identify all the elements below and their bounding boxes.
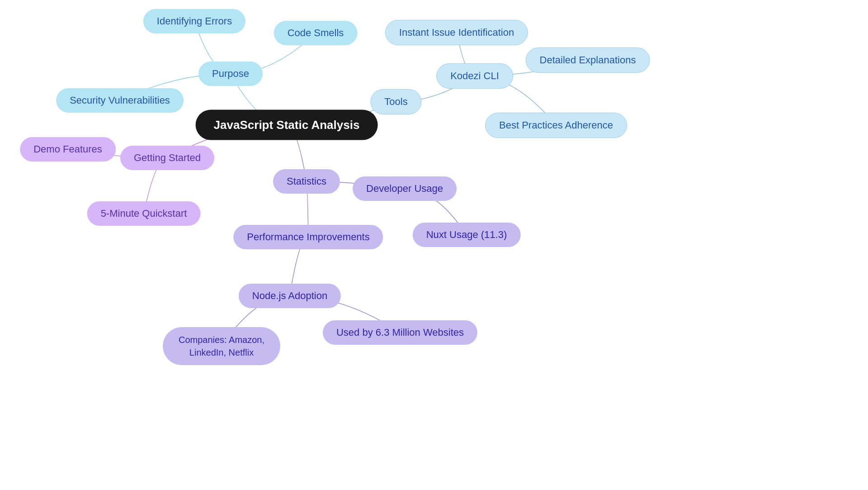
center-node[interactable]: JavaScript Static Analysis: [196, 110, 378, 140]
node-companies[interactable]: Companies: Amazon, LinkedIn, Netflix: [163, 327, 280, 365]
node-used-by[interactable]: Used by 6.3 Million Websites: [323, 320, 477, 345]
node-identifying-errors[interactable]: Identifying Errors: [143, 9, 245, 33]
node-code-smells[interactable]: Code Smells: [274, 21, 358, 45]
node-best-practices[interactable]: Best Practices Adherence: [485, 113, 627, 138]
node-security-vuln[interactable]: Security Vulnerabilities: [56, 88, 184, 113]
mind-map-container: JavaScript Static AnalysisPurposeIdentif…: [0, 0, 868, 490]
node-developer-usage[interactable]: Developer Usage: [353, 176, 457, 201]
node-nuxt-usage[interactable]: Nuxt Usage (11.3): [413, 223, 521, 247]
node-detailed-exp[interactable]: Detailed Explanations: [526, 48, 650, 73]
node-demo-features[interactable]: Demo Features: [20, 137, 116, 162]
node-performance[interactable]: Performance Improvements: [233, 225, 383, 249]
node-instant-issue[interactable]: Instant Issue Identification: [385, 20, 528, 45]
node-quickstart[interactable]: 5-Minute Quickstart: [87, 201, 201, 226]
node-tools[interactable]: Tools: [370, 89, 421, 114]
node-kodezi-cli[interactable]: Kodezi CLI: [436, 63, 513, 89]
node-getting-started[interactable]: Getting Started: [120, 146, 214, 170]
node-nodejs-adoption[interactable]: Node.js Adoption: [239, 284, 341, 308]
node-purpose[interactable]: Purpose: [198, 62, 263, 86]
node-statistics[interactable]: Statistics: [273, 169, 340, 194]
